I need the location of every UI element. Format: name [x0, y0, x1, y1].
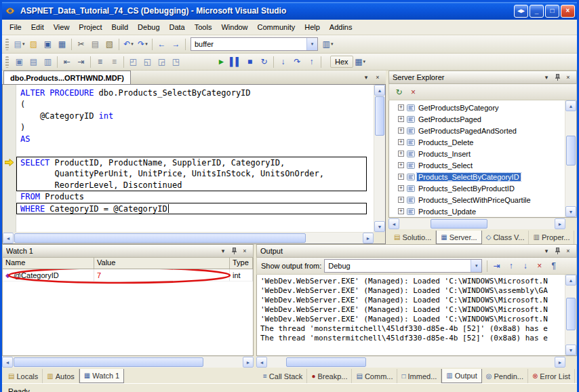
scrollbar-thumb[interactable] — [375, 96, 384, 136]
search-combobox[interactable]: buffer ▾ — [191, 37, 318, 51]
scroll-down-icon[interactable]: ▼ — [565, 206, 576, 217]
uncomment-button[interactable]: ≡ — [107, 55, 121, 69]
tree-horizontal-scrollbar[interactable]: ◄ ► — [388, 218, 577, 229]
close-button[interactable]: × — [561, 5, 575, 18]
menu-tools[interactable]: Tools — [190, 21, 217, 33]
scroll-up-icon[interactable]: ▲ — [374, 85, 385, 96]
tree-vertical-scrollbar[interactable]: ▲ ▼ — [565, 100, 576, 217]
maximize-button[interactable]: □ — [545, 5, 559, 18]
restart-button[interactable]: ↻ — [257, 55, 271, 69]
stop-refresh-button[interactable]: × — [406, 85, 420, 99]
close-panel-button[interactable]: × — [240, 246, 249, 256]
menu-edit[interactable]: Edit — [26, 21, 49, 33]
find-button[interactable]: ▥▾ — [321, 37, 335, 52]
tab-proper[interactable]: ▥Proper... — [529, 231, 574, 244]
find-message-button[interactable]: ⇥ — [490, 259, 504, 273]
tree-item[interactable]: +GetProductsByCategory — [389, 102, 565, 113]
tab-autos[interactable]: ▥Autos — [43, 369, 79, 383]
scroll-up-icon[interactable]: ▲ — [565, 275, 576, 286]
refresh-button[interactable]: ↻ — [392, 85, 406, 99]
increase-indent-button[interactable]: ⇥ — [74, 55, 88, 69]
output-vertical-scrollbar[interactable]: ▲ ▼ — [565, 275, 576, 355]
scrollbar-track[interactable] — [374, 96, 385, 221]
scroll-down-icon[interactable]: ▼ — [374, 221, 385, 232]
open-file-button[interactable]: ▨ — [26, 37, 41, 52]
tab-output[interactable]: ▥Output — [441, 369, 481, 383]
dropdown-arrow-icon[interactable]: ▾ — [306, 38, 317, 50]
tree-item[interactable]: +Products_Delete — [389, 136, 565, 148]
minimize-button[interactable]: _ — [530, 5, 544, 18]
expand-icon[interactable]: + — [398, 128, 404, 134]
column-header-name[interactable]: Name — [3, 258, 94, 269]
clear-all-button[interactable]: × — [532, 259, 546, 273]
menu-debug[interactable]: Debug — [133, 21, 164, 33]
watch-row[interactable]: ◆@CategoryID7int — [3, 269, 253, 281]
scroll-left-icon[interactable]: ◄ — [2, 357, 13, 368]
dropdown-arrow-icon[interactable]: ▾ — [471, 260, 481, 272]
undo-button[interactable]: ↶▾ — [121, 37, 136, 52]
expand-icon[interactable]: + — [398, 197, 404, 203]
menu-project[interactable]: Project — [74, 21, 106, 33]
decrease-indent-button[interactable]: ⇤ — [60, 55, 74, 69]
tab-solutio[interactable]: ▤Solutio... — [390, 231, 436, 244]
window-menu-button[interactable]: ▾ — [218, 246, 228, 256]
show-criteria-pane-button[interactable]: ◱ — [140, 55, 155, 69]
column-header-type[interactable]: Type — [230, 258, 253, 269]
auto-hide-pin-button[interactable] — [553, 73, 562, 82]
tab-breakp[interactable]: ●Breakp... — [307, 369, 352, 383]
redo-button[interactable]: ↷▾ — [136, 37, 150, 52]
tab-comm[interactable]: ▤Comm... — [352, 369, 397, 383]
step-out-button[interactable]: ↑ — [304, 55, 319, 69]
menu-file[interactable]: File — [5, 21, 26, 33]
tree-item[interactable]: +Products_SelectByProductID — [389, 182, 565, 194]
scrollbar-track[interactable] — [565, 111, 576, 206]
save-button[interactable]: ▣ — [41, 37, 55, 52]
copy-button[interactable]: ▤ — [88, 37, 102, 52]
title-bar[interactable]: ASPNET_Data_Tutorial_74_CS (Debugging) -… — [2, 2, 577, 20]
scrollbar-thumb[interactable] — [431, 219, 487, 229]
auto-hide-pin-button[interactable] — [553, 246, 562, 256]
show-sql-pane-button[interactable]: ◲ — [155, 55, 169, 69]
tab-call-stack[interactable]: ≡Call Stack — [259, 369, 307, 383]
toolbar-grip[interactable] — [5, 39, 9, 50]
close-panel-button[interactable]: × — [563, 73, 573, 82]
scroll-down-icon[interactable]: ▼ — [565, 345, 576, 355]
stop-debugging-button[interactable]: ■ — [243, 55, 257, 69]
step-over-button[interactable]: ↷ — [290, 55, 304, 69]
menu-addins[interactable]: Addins — [325, 21, 357, 33]
scrollbar-thumb[interactable] — [14, 357, 203, 367]
window-menu-button[interactable]: ▾ — [542, 246, 551, 256]
editor-horizontal-scrollbar[interactable]: ◄ ► — [3, 232, 385, 243]
scroll-right-icon[interactable]: ► — [555, 357, 565, 368]
scrollbar-track[interactable] — [13, 357, 243, 368]
document-tab[interactable]: dbo.Products...ORTHWND.MDF) — [3, 71, 131, 84]
scroll-right-icon[interactable]: ► — [555, 218, 565, 229]
comment-button[interactable]: ≡ — [93, 55, 107, 69]
server-explorer-tree[interactable]: +GetProductsByCategory+GetProductsPaged+… — [389, 100, 565, 217]
scroll-left-icon[interactable]: ◄ — [256, 357, 267, 368]
scrollbar-thumb[interactable] — [566, 136, 576, 165]
tree-item[interactable]: +Products_Select — [389, 159, 565, 171]
menu-help[interactable]: Help — [300, 21, 325, 33]
auto-hide-pin-button[interactable] — [229, 246, 239, 256]
continue-button[interactable]: ► — [214, 55, 228, 69]
tab-immed[interactable]: □Immed... — [397, 369, 441, 383]
save-all-button[interactable]: ▦ — [55, 37, 69, 52]
column-header-value[interactable]: Value — [94, 258, 230, 269]
scrollbar-track[interactable] — [399, 218, 555, 229]
tree-item[interactable]: +Products_Insert — [389, 148, 565, 159]
editor-vertical-scrollbar[interactable]: ▲ ▼ — [374, 85, 385, 232]
output-horizontal-scrollbar[interactable]: ◄ ► — [256, 356, 577, 368]
tab-locals[interactable]: ▤Locals — [4, 369, 43, 383]
navigate-backward-button[interactable]: ← — [155, 37, 169, 52]
member-list-button[interactable]: ▣ — [12, 55, 26, 69]
paste-button[interactable]: ▧ — [102, 37, 117, 52]
hex-display-button[interactable]: Hex — [330, 56, 353, 68]
show-diagram-pane-button[interactable]: ◰ — [126, 55, 140, 69]
tab-watch-1[interactable]: ▦Watch 1 — [79, 369, 124, 383]
step-into-button[interactable]: ↓ — [276, 55, 290, 69]
expand-icon[interactable]: + — [398, 162, 404, 168]
expand-icon[interactable]: + — [398, 174, 404, 180]
next-message-button[interactable]: ↓ — [518, 259, 532, 273]
tab-class-v[interactable]: ◇Class V... — [482, 231, 530, 244]
